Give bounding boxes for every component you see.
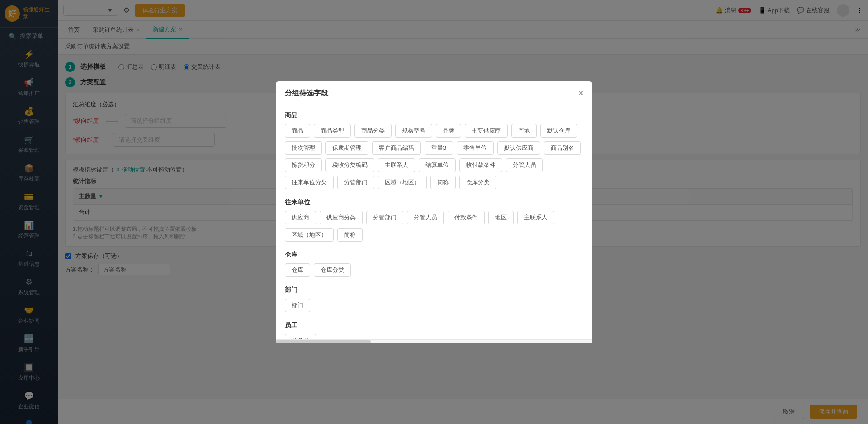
- section-title-department: 部门: [285, 286, 583, 294]
- field-tag-部门[interactable]: 部门: [285, 299, 310, 312]
- field-tag-税收分类编码[interactable]: 税收分类编码: [326, 158, 374, 172]
- field-grid-warehouse: 仓库仓库分类: [285, 263, 583, 277]
- field-tag-供应商分类[interactable]: 供应商分类: [320, 211, 363, 224]
- field-tag-商品别名[interactable]: 商品别名: [544, 141, 581, 155]
- field-tag-客户商品编码[interactable]: 客户商品编码: [372, 141, 421, 155]
- field-tag-仓库分类[interactable]: 仓库分类: [459, 176, 496, 189]
- field-select-modal: 分组待选字段 × 商品商品商品类型商品分类规格型号品牌主要供应商产地默认仓库批次…: [276, 81, 592, 343]
- field-tag-业务员[interactable]: 业务员: [285, 334, 316, 339]
- modal-body: 商品商品商品类型商品分类规格型号品牌主要供应商产地默认仓库批次管理保质期管理客户…: [276, 104, 592, 339]
- section-goods: 商品商品商品类型商品分类规格型号品牌主要供应商产地默认仓库批次管理保质期管理客户…: [285, 111, 583, 189]
- field-tag-批次管理[interactable]: 批次管理: [285, 141, 322, 155]
- field-tag-供应商[interactable]: 供应商: [285, 211, 316, 224]
- field-tag-分管部门[interactable]: 分管部门: [337, 176, 374, 189]
- field-tag-重量3[interactable]: 重量3: [425, 141, 453, 155]
- modal-close-btn[interactable]: ×: [578, 89, 583, 98]
- field-tag-零售单位[interactable]: 零售单位: [457, 141, 494, 155]
- field-tag-分管人员[interactable]: 分管人员: [506, 158, 543, 172]
- field-tag-商品[interactable]: 商品: [285, 124, 310, 138]
- modal-hscroll[interactable]: [276, 339, 592, 343]
- field-tag-商品分类[interactable]: 商品分类: [354, 124, 392, 138]
- field-tag-简称[interactable]: 简称: [337, 228, 363, 242]
- field-tag-结算单位[interactable]: 结算单位: [419, 158, 456, 172]
- field-tag-保质期管理[interactable]: 保质期管理: [326, 141, 368, 155]
- field-grid-partner: 供应商供应商分类分管部门分管人员付款条件地区主联系人区域（地区）简称: [285, 211, 583, 242]
- field-grid-employee: 业务员: [285, 334, 583, 339]
- field-tag-区域（地区）[interactable]: 区域（地区）: [285, 228, 334, 242]
- field-tag-收付款条件[interactable]: 收付款条件: [459, 158, 502, 172]
- field-tag-仓库分类[interactable]: 仓库分类: [314, 263, 351, 277]
- field-tag-主联系人[interactable]: 主联系人: [517, 211, 554, 224]
- field-tag-仓库[interactable]: 仓库: [285, 263, 310, 277]
- field-tag-简称[interactable]: 简称: [430, 176, 456, 189]
- field-tag-往来单位分类[interactable]: 往来单位分类: [285, 176, 334, 189]
- section-title-goods: 商品: [285, 111, 583, 119]
- field-tag-区域（地区）[interactable]: 区域（地区）: [378, 176, 427, 189]
- section-employee: 员工业务员: [285, 321, 583, 339]
- field-tag-品牌[interactable]: 品牌: [436, 124, 461, 138]
- field-tag-默认供应商[interactable]: 默认供应商: [497, 141, 540, 155]
- field-tag-主要供应商[interactable]: 主要供应商: [465, 124, 508, 138]
- field-tag-默认仓库[interactable]: 默认仓库: [540, 124, 577, 138]
- section-partner: 往来单位供应商供应商分类分管部门分管人员付款条件地区主联系人区域（地区）简称: [285, 198, 583, 242]
- section-title-partner: 往来单位: [285, 198, 583, 206]
- modal-overlay: 分组待选字段 × 商品商品商品类型商品分类规格型号品牌主要供应商产地默认仓库批次…: [0, 0, 868, 424]
- field-tag-主联系人[interactable]: 主联系人: [378, 158, 415, 172]
- modal-header: 分组待选字段 ×: [276, 81, 592, 104]
- section-warehouse: 仓库仓库仓库分类: [285, 251, 583, 277]
- field-tag-商品类型[interactable]: 商品类型: [314, 124, 351, 138]
- field-tag-分管人员[interactable]: 分管人员: [407, 211, 444, 224]
- hscroll-thumb: [276, 340, 371, 343]
- field-tag-分管部门[interactable]: 分管部门: [366, 211, 403, 224]
- field-tag-付款条件[interactable]: 付款条件: [448, 211, 485, 224]
- field-grid-department: 部门: [285, 299, 583, 312]
- field-tag-产地[interactable]: 产地: [511, 124, 537, 138]
- section-title-employee: 员工: [285, 321, 583, 329]
- field-grid-goods: 商品商品类型商品分类规格型号品牌主要供应商产地默认仓库批次管理保质期管理客户商品…: [285, 124, 583, 189]
- field-tag-拣货积分[interactable]: 拣货积分: [285, 158, 322, 172]
- modal-title: 分组待选字段: [285, 89, 328, 98]
- section-department: 部门部门: [285, 286, 583, 312]
- field-tag-规格型号[interactable]: 规格型号: [395, 124, 432, 138]
- field-tag-地区[interactable]: 地区: [488, 211, 514, 224]
- section-title-warehouse: 仓库: [285, 251, 583, 259]
